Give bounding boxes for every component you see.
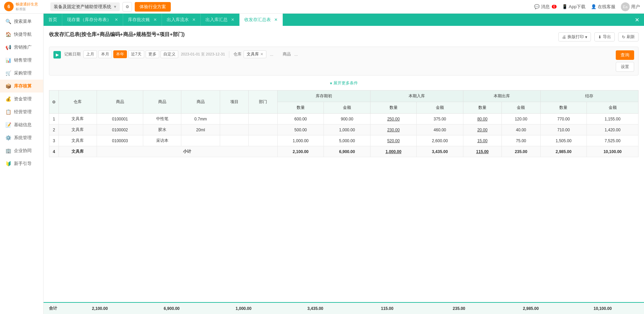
query-button[interactable]: 查询 (616, 50, 634, 60)
sidebar-item-marketing[interactable]: 📢 营销推广 (0, 41, 43, 54)
tab-close-flow[interactable]: ✕ (192, 17, 196, 22)
sidebar-item-quick[interactable]: 🏠 快捷导航 (0, 28, 43, 41)
system-title[interactable]: 装备及固定资产辅助管理系统 ▾ (50, 2, 120, 11)
tab-home[interactable]: 首页 (44, 14, 62, 26)
filter-bar: ▶ 记账日期 上月 本月 本年 近7天 更多 自定义 2023-01-01 至 … (49, 47, 639, 76)
sidebar-item-guide[interactable]: 🔰 新手引导 (0, 157, 43, 170)
date-btn-this-year[interactable]: 本年 (113, 50, 127, 58)
data-table: ⚙ 仓库 商品 商品 商品 项目 部门 库存期初 本期入库 本期出库 结存 数量 (49, 90, 639, 157)
row-opening-qty: 600.00 (277, 114, 324, 125)
search-icon: 🔍 (5, 19, 11, 24)
row-out-qty[interactable]: 15.00 (463, 135, 502, 146)
tab-summary[interactable]: 出入库汇总 ✕ (201, 14, 240, 26)
row-in-qty[interactable]: 230.00 (370, 125, 416, 135)
row-goods-spec (181, 135, 220, 146)
warehouse-label: 仓库 (233, 51, 242, 57)
system-icon: ⚙️ (5, 135, 11, 141)
sidebar-item-operation[interactable]: 📋 经营管理 (0, 105, 43, 118)
download-icon: 📱 (562, 4, 567, 9)
expand-icon: ▾ (330, 81, 332, 86)
bottom-bar: 合计 2,100.00 6,900.00 1,000.00 3,435.00 1… (44, 302, 644, 314)
row-out-qty[interactable]: 20.00 (463, 125, 502, 135)
sidebar-item-system[interactable]: ⚙️ 系统管理 (0, 131, 43, 144)
tab-close-summary[interactable]: ✕ (231, 17, 234, 22)
row-goods-spec: 20ml (181, 125, 220, 135)
guide-icon: 🔰 (5, 161, 11, 166)
row-goods-name: 中性笔 (143, 114, 181, 125)
col-out-amt: 金额 (502, 102, 541, 114)
filter-toggle-button[interactable]: ▶ (53, 51, 61, 59)
basic-icon: 📝 (5, 122, 11, 128)
row-warehouse: 文具库 (59, 114, 97, 125)
tab-inventory-dist[interactable]: 现存量（库存分布表） ✕ (62, 14, 123, 26)
user-button[interactable]: Ea 用户 (621, 2, 640, 11)
warehouse-more[interactable]: ... (270, 52, 273, 57)
logo-area: 6 畅捷通好生意 标准版 (4, 2, 48, 11)
tab-bar-close-button[interactable]: ✕ (630, 17, 644, 23)
sidebar-item-inventory[interactable]: 📦 库存核算 (0, 80, 43, 93)
row-warehouse: 文具库 (59, 125, 97, 135)
marketing-icon: 📢 (5, 45, 11, 50)
goods-more[interactable]: ... (294, 52, 298, 57)
total-balance-amt: 10,100.00 (567, 306, 639, 311)
date-btn-custom[interactable]: 自定义 (161, 50, 178, 58)
row-opening-qty: 1,000.00 (277, 135, 324, 146)
app-download-button[interactable]: 📱 App下载 (562, 4, 585, 10)
row-project (220, 125, 249, 135)
date-btn-last-month[interactable]: 上月 (83, 50, 97, 58)
date-range: 2023-01-01 至 2023-12-31 (181, 52, 225, 57)
tab-flow[interactable]: 出入库流水 ✕ (162, 14, 201, 26)
row-balance-qty: 770.00 (540, 114, 587, 125)
expand-more-button[interactable]: ▾ 展开更多条件 (49, 79, 639, 87)
warehouse-tag-close[interactable]: ✕ (260, 52, 263, 56)
online-service-button[interactable]: 👤 在线客服 (591, 4, 615, 10)
logo-icon: 6 (4, 2, 14, 11)
service-icon: 👤 (591, 4, 596, 9)
row-in-qty[interactable]: 520.00 (370, 135, 416, 146)
col-warehouse-header: 仓库 (59, 90, 97, 114)
row-in-amt: 375.00 (417, 114, 463, 125)
print-button[interactable]: 🖨 换版打印 ▾ (558, 32, 591, 42)
filter-divider (229, 51, 229, 58)
subtotal-label: 小计 (97, 146, 277, 157)
date-btn-7days[interactable]: 近7天 (128, 50, 144, 58)
sidebar-item-sales[interactable]: 📊 销售管理 (0, 54, 43, 67)
col-project-header: 项目 (220, 90, 249, 114)
subtotal-in-qty[interactable]: 1,000.00 (370, 146, 416, 157)
col-settings[interactable]: ⚙ (49, 90, 59, 114)
sidebar-item-enterprise[interactable]: 🏢 企业协同 (0, 144, 43, 157)
sidebar-item-finance[interactable]: 💰 资金管理 (0, 93, 43, 105)
col-out-qty: 数量 (463, 102, 502, 114)
warehouse-filter: 仓库 文具库 ✕ ... (233, 50, 275, 58)
row-goods-name: 采访本 (143, 135, 181, 146)
row-opening-qty: 500.00 (277, 125, 324, 135)
tab-close-recv-summary[interactable]: ✕ (274, 17, 278, 22)
subtotal-out-qty[interactable]: 115.00 (463, 146, 502, 157)
setting-button[interactable]: 设置 (616, 62, 634, 72)
export-button[interactable]: ⬇ 导出 (594, 32, 615, 42)
operation-icon: 📋 (5, 109, 11, 115)
gear-button[interactable]: ⚙ (122, 2, 132, 12)
col-out-header: 本期出库 (463, 90, 540, 102)
date-btn-this-month[interactable]: 本月 (98, 50, 112, 58)
tab-recv-summary[interactable]: 收发存汇总表 ✕ (240, 14, 283, 26)
trial-button[interactable]: 体验行业方案 (135, 2, 171, 12)
tab-batch[interactable]: 库存批次账 ✕ (123, 14, 162, 26)
goods-label: 商品 (283, 51, 291, 57)
row-in-qty[interactable]: 250.00 (370, 114, 416, 125)
warehouse-tag[interactable]: 文具库 ✕ (244, 50, 266, 58)
col-department-header: 部门 (249, 90, 278, 114)
row-opening-amt: 900.00 (324, 114, 370, 125)
row-out-qty[interactable]: 80.00 (463, 114, 502, 125)
message-badge: 6 (552, 5, 557, 9)
sidebar-item-purchase[interactable]: 🛒 采购管理 (0, 67, 43, 80)
sidebar-item-basic[interactable]: 📝 基础信息 (0, 118, 43, 131)
date-btn-more[interactable]: 更多 (146, 50, 159, 58)
col-balance-header: 结存 (540, 90, 638, 102)
sidebar-item-search[interactable]: 🔍 搜索菜单 (0, 15, 43, 28)
tab-close-inventory-dist[interactable]: ✕ (115, 17, 118, 22)
tab-close-batch[interactable]: ✕ (153, 17, 157, 22)
refresh-button[interactable]: ↻ 刷新 (618, 32, 639, 42)
message-button[interactable]: 💬 消息 6 (534, 4, 557, 10)
subtotal-row: 4 文具库 小计 2,100.00 6,900.00 1,000.00 3,43… (49, 146, 639, 157)
